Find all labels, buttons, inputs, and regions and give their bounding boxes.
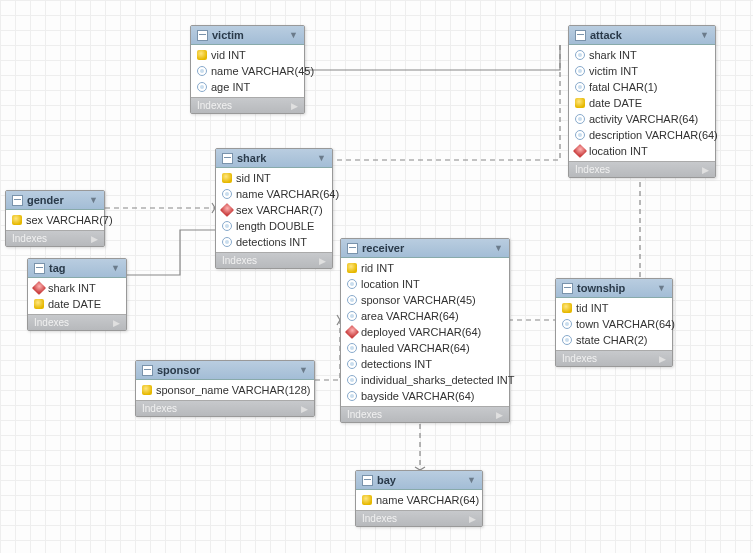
column-row[interactable]: victim INT [569,63,715,79]
pk-icon [347,263,357,273]
entity-header[interactable]: tag ▼ [28,259,126,278]
column-row[interactable]: sponsor_name VARCHAR(128) [136,382,314,398]
indexes-section[interactable]: Indexes▶ [191,97,304,113]
entity-header[interactable]: shark ▼ [216,149,332,168]
collapse-icon[interactable]: ▼ [494,243,503,253]
indexes-label: Indexes [575,164,610,175]
collapse-icon[interactable]: ▼ [700,30,709,40]
column-row[interactable]: location INT [341,276,509,292]
indexes-label: Indexes [222,255,257,266]
column-row[interactable]: hauled VARCHAR(64) [341,340,509,356]
expand-icon[interactable]: ▶ [659,354,666,364]
column-text: activity VARCHAR(64) [589,113,698,125]
expand-icon[interactable]: ▶ [469,514,476,524]
table-icon [222,153,233,164]
indexes-section[interactable]: Indexes▶ [216,252,332,268]
entity-title: victim [212,29,244,41]
column-row[interactable]: tid INT [556,300,672,316]
attr-icon [347,311,357,321]
attr-icon [575,50,585,60]
fk-icon [345,325,359,339]
collapse-icon[interactable]: ▼ [89,195,98,205]
collapse-icon[interactable]: ▼ [111,263,120,273]
indexes-section[interactable]: Indexes▶ [28,314,126,330]
column-row[interactable]: date DATE [28,296,126,312]
indexes-section[interactable]: Indexes▶ [6,230,104,246]
column-text: date DATE [48,298,101,310]
column-row[interactable]: sex VARCHAR(7) [6,212,104,228]
entity-header[interactable]: sponsor ▼ [136,361,314,380]
column-row[interactable]: detections INT [341,356,509,372]
column-row[interactable]: description VARCHAR(64) [569,127,715,143]
collapse-icon[interactable]: ▼ [467,475,476,485]
column-text: state CHAR(2) [576,334,648,346]
column-row[interactable]: town VARCHAR(64) [556,316,672,332]
expand-icon[interactable]: ▶ [291,101,298,111]
column-row[interactable]: name VARCHAR(45) [191,63,304,79]
entity-header[interactable]: victim ▼ [191,26,304,45]
indexes-section[interactable]: Indexes▶ [341,406,509,422]
column-row[interactable]: sex VARCHAR(7) [216,202,332,218]
entity-header[interactable]: township ▼ [556,279,672,298]
column-row[interactable]: age INT [191,79,304,95]
column-row[interactable]: sid INT [216,170,332,186]
entity-header[interactable]: attack ▼ [569,26,715,45]
collapse-icon[interactable]: ▼ [317,153,326,163]
column-row[interactable]: sponsor VARCHAR(45) [341,292,509,308]
pk-icon [222,173,232,183]
column-row[interactable]: area VARCHAR(64) [341,308,509,324]
column-row[interactable]: shark INT [28,280,126,296]
column-row[interactable]: deployed VARCHAR(64) [341,324,509,340]
entity-sponsor[interactable]: sponsor ▼ sponsor_name VARCHAR(128) Inde… [135,360,315,417]
column-text: deployed VARCHAR(64) [361,326,481,338]
column-row[interactable]: date DATE [569,95,715,111]
entity-shark[interactable]: shark ▼ sid INT name VARCHAR(64) sex VAR… [215,148,333,269]
entity-attack[interactable]: attack ▼ shark INT victim INT fatal CHAR… [568,25,716,178]
indexes-section[interactable]: Indexes▶ [136,400,314,416]
column-row[interactable]: fatal CHAR(1) [569,79,715,95]
expand-icon[interactable]: ▶ [496,410,503,420]
indexes-section[interactable]: Indexes▶ [356,510,482,526]
entity-header[interactable]: bay ▼ [356,471,482,490]
column-row[interactable]: name VARCHAR(64) [356,492,482,508]
attr-icon [222,237,232,247]
column-row[interactable]: detections INT [216,234,332,250]
table-icon [347,243,358,254]
collapse-icon[interactable]: ▼ [299,365,308,375]
expand-icon[interactable]: ▶ [91,234,98,244]
attr-icon [347,359,357,369]
column-list: sex VARCHAR(7) [6,210,104,230]
column-row[interactable]: location INT [569,143,715,159]
expand-icon[interactable]: ▶ [113,318,120,328]
column-text: shark INT [48,282,96,294]
expand-icon[interactable]: ▶ [301,404,308,414]
column-text: name VARCHAR(64) [236,188,339,200]
entity-gender[interactable]: gender ▼ sex VARCHAR(7) Indexes▶ [5,190,105,247]
expand-icon[interactable]: ▶ [319,256,326,266]
entity-tag[interactable]: tag ▼ shark INT date DATE Indexes▶ [27,258,127,331]
table-icon [562,283,573,294]
fk-icon [573,144,587,158]
indexes-section[interactable]: Indexes▶ [556,350,672,366]
entity-township[interactable]: township ▼ tid INT town VARCHAR(64) stat… [555,278,673,367]
column-row[interactable]: length DOUBLE [216,218,332,234]
column-row[interactable]: individual_sharks_detected INT [341,372,509,388]
column-row[interactable]: shark INT [569,47,715,63]
entity-header[interactable]: receiver ▼ [341,239,509,258]
attr-icon [222,221,232,231]
entity-bay[interactable]: bay ▼ name VARCHAR(64) Indexes▶ [355,470,483,527]
column-row[interactable]: activity VARCHAR(64) [569,111,715,127]
indexes-section[interactable]: Indexes▶ [569,161,715,177]
entity-title: gender [27,194,64,206]
column-row[interactable]: vid INT [191,47,304,63]
column-row[interactable]: rid INT [341,260,509,276]
entity-victim[interactable]: victim ▼ vid INT name VARCHAR(45) age IN… [190,25,305,114]
column-row[interactable]: bayside VARCHAR(64) [341,388,509,404]
column-row[interactable]: state CHAR(2) [556,332,672,348]
column-row[interactable]: name VARCHAR(64) [216,186,332,202]
collapse-icon[interactable]: ▼ [657,283,666,293]
entity-receiver[interactable]: receiver ▼ rid INT location INT sponsor … [340,238,510,423]
collapse-icon[interactable]: ▼ [289,30,298,40]
entity-header[interactable]: gender ▼ [6,191,104,210]
expand-icon[interactable]: ▶ [702,165,709,175]
